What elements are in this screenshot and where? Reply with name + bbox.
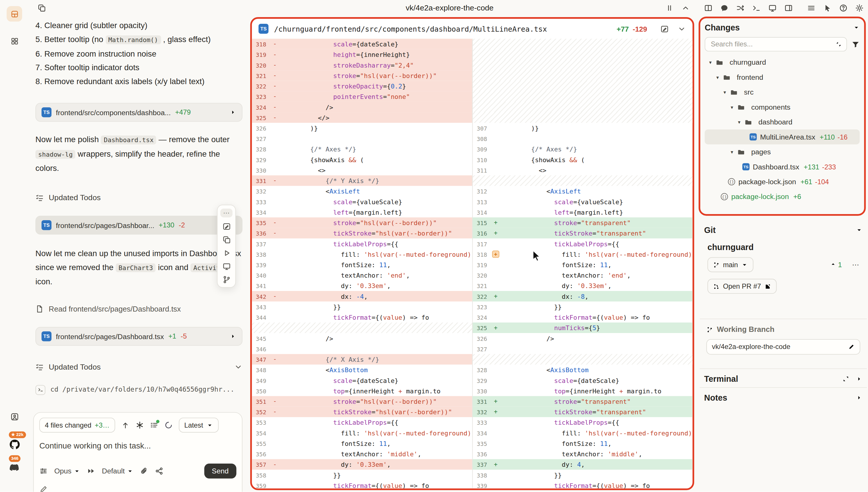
more-options-icon[interactable]: ⋯ — [220, 208, 233, 218]
send-button[interactable]: Send — [204, 464, 236, 478]
tree-file-package-lock.json[interactable]: {}package-lock.json+61-104 — [705, 174, 860, 189]
sidebar-right-icon[interactable] — [784, 3, 793, 12]
scroll-up-icon[interactable] — [121, 421, 130, 429]
open-pr-button[interactable]: Open PR #7 — [707, 279, 777, 294]
pointer-icon[interactable] — [823, 3, 832, 12]
inline-code: Dashboard.tsx — [101, 136, 157, 145]
shuffle-icon[interactable] — [736, 3, 745, 12]
diff-line: 325+ numTicks={5} — [472, 323, 693, 333]
typescript-icon: TS — [742, 163, 750, 171]
diff-row: 327308 — [252, 133, 693, 144]
diff-line: 326 /> — [472, 333, 693, 343]
model-select[interactable]: Opus — [54, 467, 80, 475]
diff-row: 352- tickStroke="hsl(var(--border))"332+… — [252, 407, 693, 417]
tree-folder-dashboard[interactable]: ▾dashboard — [705, 115, 860, 129]
attachment-icon[interactable] — [140, 467, 149, 475]
diff-line — [472, 91, 693, 102]
terminal-command-row[interactable]: cd /private/var/folders/10/h7w0q46556ggr… — [36, 383, 242, 397]
file-name: frontend — [737, 73, 763, 81]
edit-icon[interactable] — [848, 343, 855, 350]
tabs-icon[interactable] — [38, 4, 46, 12]
tree-file-Dashboard.tsx[interactable]: TSDashboard.tsx+131-233 — [705, 159, 860, 174]
github-icon[interactable] — [7, 437, 22, 452]
files-changed-button[interactable]: 4 files changed +3… — [39, 418, 115, 433]
account-icon[interactable] — [7, 409, 22, 424]
chevron-down-icon[interactable] — [856, 226, 863, 233]
edit-message-icon[interactable] — [222, 222, 231, 231]
added-count: +61 — [800, 178, 812, 186]
file-change-chip[interactable]: TS frontend/src/components/dashboa... +4… — [36, 103, 242, 122]
branch-select[interactable]: main — [707, 257, 753, 272]
branch-icon[interactable] — [222, 276, 231, 284]
file-search[interactable] — [705, 37, 847, 52]
edit-diff-icon[interactable] — [660, 25, 669, 33]
search-input[interactable] — [710, 40, 836, 49]
chat-input[interactable]: Continue working on this task... — [39, 442, 236, 450]
updated-todos-row[interactable]: Updated Todos — [36, 191, 242, 205]
message-hover-toolbar: ⋯ — [217, 205, 236, 288]
tree-file-MultiLineArea.tsx[interactable]: TSMultiLineArea.tsx+110-16 — [705, 129, 860, 144]
diff-line: 321- stroke="hsl(var(--border))" — [252, 70, 472, 81]
chevron-down-icon[interactable] — [234, 363, 243, 371]
pause-icon[interactable] — [665, 3, 674, 12]
collapse-tree-icon[interactable] — [835, 41, 842, 48]
diff-line: 328 <AxisBottom — [472, 365, 693, 375]
typescript-icon: TS — [42, 331, 51, 341]
run-icon[interactable] — [222, 249, 231, 257]
tree-folder-churnguard[interactable]: ▾churnguard — [705, 55, 860, 70]
diff-line: 344 tickFormat={(value) => fo — [252, 312, 472, 322]
preview-icon[interactable] — [222, 262, 231, 271]
monitor-icon[interactable] — [769, 3, 777, 12]
menu-icon[interactable] — [807, 3, 816, 12]
tree-folder-src[interactable]: ▾src — [705, 85, 860, 99]
grid-icon[interactable] — [7, 33, 22, 48]
latest-dropdown[interactable]: Latest — [179, 418, 218, 433]
asterisk-icon[interactable] — [136, 421, 144, 429]
chevron-right-icon[interactable] — [856, 375, 863, 382]
chevron-down-icon[interactable] — [678, 25, 686, 33]
tree-folder-frontend[interactable]: ▾frontend — [705, 70, 860, 84]
read-file-row[interactable]: Read frontend/src/pages/Dashboard.tsx — [36, 302, 242, 316]
working-branch-input[interactable]: vk/4e2a-explore-the-code — [706, 339, 860, 354]
terminal-icon[interactable] — [752, 3, 760, 12]
git-more-icon[interactable]: ⋯ — [852, 261, 859, 269]
share-icon[interactable] — [155, 467, 163, 475]
tree-file-package-lock.json[interactable]: {}package-lock.json+6 — [705, 189, 860, 204]
diff-row: 333 scale={valueScale}313 scale={valueSc… — [252, 196, 693, 207]
chevron-down-icon — [127, 468, 134, 474]
file-change-chip[interactable]: TS frontend/src/pages/Dashboard.tsx +1 -… — [36, 327, 242, 346]
copy-icon[interactable] — [222, 236, 231, 244]
workspace-icon[interactable] — [7, 6, 22, 22]
mode-select[interactable]: Default — [102, 467, 134, 475]
tree-folder-components[interactable]: ▾components — [705, 99, 860, 114]
diff-body[interactable]: 318- scale={dateScale}319- height={inner… — [252, 39, 693, 490]
diff-row: 344 tickFormat={(value) => fo324 tickFor… — [252, 312, 693, 322]
filter-icon[interactable] — [851, 40, 860, 48]
settings-gear-icon[interactable] — [855, 3, 864, 12]
todo-list-icon[interactable] — [150, 421, 158, 429]
push-ahead-count[interactable]: 1 — [830, 261, 842, 269]
chevron-right-icon[interactable] — [856, 394, 863, 401]
added-count: +479 — [175, 105, 191, 119]
tree-folder-pages[interactable]: ▾pages — [705, 145, 860, 159]
layout-columns-icon[interactable] — [704, 3, 713, 12]
file-change-chip[interactable]: TS frontend/src/pages/Dashboar... +130 -… — [36, 216, 242, 235]
add-comment-button[interactable]: + — [492, 251, 499, 258]
changes-title: Changes — [705, 23, 740, 32]
updated-todos-row[interactable]: Updated Todos — [36, 360, 242, 374]
diff-line: 351- stroke="hsl(var(--border))" — [252, 396, 472, 407]
expand-icon[interactable] — [842, 375, 849, 382]
edit-icon[interactable] — [39, 485, 236, 492]
fast-forward-icon[interactable] — [87, 467, 95, 475]
sliders-icon[interactable] — [39, 467, 48, 475]
diff-line: 336 textAnchor: 'middle', — [472, 448, 693, 459]
chevron-down-icon[interactable] — [853, 24, 860, 31]
chat-list-item: 4. Cleaner grid (subtler opacity) — [36, 19, 242, 33]
collapse-up-icon[interactable] — [681, 3, 690, 12]
chat-bubble-icon[interactable] — [720, 3, 729, 12]
diff-line: 308 — [472, 133, 693, 144]
chevron-down-icon: ▾ — [731, 104, 737, 110]
git-section: Git churnguard main 1 ⋯ Open P — [700, 220, 867, 305]
discord-icon[interactable] — [7, 460, 22, 475]
help-icon[interactable] — [839, 3, 848, 12]
